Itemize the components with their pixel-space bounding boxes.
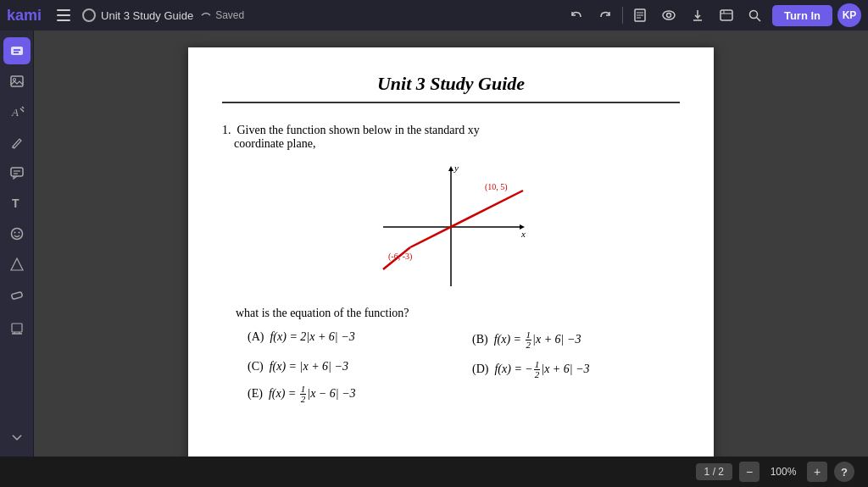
zoom-out-button[interactable]: − — [739, 462, 760, 482]
topbar: kami Unit 3 Study Guide Saved — [0, 0, 868, 30]
choice-d: (D) f(x) = −12|x + 6| −3 — [472, 360, 680, 379]
document-title: Unit 3 Study Guide — [222, 73, 680, 103]
svg-text:(10, 5): (10, 5) — [485, 182, 508, 192]
svg-line-44 — [410, 191, 523, 247]
turn-in-button[interactable]: Turn In — [772, 5, 832, 26]
document-page-1: Unit 3 Study Guide 1. Given the function… — [188, 47, 714, 457]
svg-point-30 — [18, 232, 19, 234]
bottombar: 1 / 2 − 100% + ? — [0, 457, 868, 487]
main-area: A T — [0, 30, 868, 457]
download-button[interactable] — [686, 3, 709, 27]
undo-button[interactable] — [565, 3, 588, 27]
question-1: 1. Given the function shown below in the… — [222, 124, 680, 404]
zoom-in-button[interactable]: + — [807, 462, 827, 482]
svg-rect-32 — [11, 292, 22, 300]
left-sidebar: A T — [0, 30, 34, 457]
svg-marker-39 — [448, 166, 453, 171]
document-button[interactable] — [628, 3, 652, 27]
sidebar-item-emoji[interactable] — [3, 220, 31, 247]
page-counter: 1 / 2 — [696, 463, 732, 480]
kami-logo: kami — [7, 7, 42, 25]
zoom-level: 100% — [766, 466, 800, 478]
svg-text:(-6, -3): (-6, -3) — [388, 252, 412, 262]
help-button[interactable]: ? — [834, 462, 854, 482]
class-button[interactable] — [715, 3, 738, 27]
svg-point-13 — [750, 10, 758, 18]
svg-rect-24 — [11, 168, 23, 176]
svg-rect-33 — [12, 324, 22, 332]
svg-rect-1 — [57, 14, 70, 16]
svg-point-29 — [14, 232, 15, 234]
svg-text:T: T — [12, 196, 19, 210]
sidebar-item-comment[interactable] — [3, 159, 31, 186]
q1-question: what is the equation of the function? — [236, 307, 680, 320]
redo-button[interactable] — [593, 3, 617, 27]
saved-label: Saved — [215, 9, 244, 21]
topbar-divider — [622, 7, 623, 24]
content-area: Unit 3 Study Guide 1. Given the function… — [34, 30, 868, 457]
choice-b: (B) f(x) = 12|x + 6| −3 — [472, 330, 680, 350]
doc-title-text: Unit 3 Study Guide — [101, 9, 193, 22]
svg-text:A: A — [11, 106, 19, 119]
sidebar-item-image[interactable] — [3, 68, 31, 95]
svg-point-28 — [11, 229, 22, 240]
sidebar-item-eraser[interactable] — [3, 281, 31, 308]
page-total: 2 — [718, 466, 724, 478]
q1-text: 1. Given the function shown below in the… — [222, 124, 680, 151]
sidebar-item-highlight[interactable] — [3, 37, 31, 64]
svg-point-19 — [13, 79, 15, 81]
sidebar-item-stamp[interactable] — [3, 315, 31, 342]
search-button[interactable] — [743, 3, 767, 27]
saved-indicator: Saved — [200, 9, 244, 21]
sidebar-item-shapes[interactable] — [3, 251, 31, 278]
q1-graph: y x — [222, 159, 680, 295]
svg-rect-0 — [57, 9, 70, 11]
svg-rect-10 — [721, 10, 732, 20]
topbar-right: Turn In KP — [565, 3, 861, 27]
svg-point-7 — [663, 11, 675, 19]
sidebar-toggle-button[interactable] — [52, 3, 75, 27]
choice-e: (E) f(x) = 12|x − 6| −3 — [248, 385, 680, 404]
sidebar-item-text-annotate[interactable]: A — [3, 98, 31, 125]
svg-rect-18 — [11, 76, 23, 86]
q1-answer-choices: (A) f(x) = 2|x + 6| −3 (B) f(x) = 12|x +… — [248, 330, 680, 379]
svg-line-14 — [757, 17, 761, 21]
svg-rect-2 — [57, 19, 70, 21]
page-current: 1 — [704, 466, 710, 478]
doc-title-area: Unit 3 Study Guide — [82, 8, 193, 22]
svg-line-22 — [22, 107, 24, 108]
svg-point-8 — [666, 14, 670, 18]
svg-text:x: x — [520, 229, 526, 239]
sidebar-item-expand[interactable] — [3, 423, 31, 450]
sidebar-item-text[interactable]: T — [3, 190, 31, 217]
doc-status-icon — [82, 8, 96, 22]
sidebar-item-pen[interactable] — [3, 129, 31, 156]
svg-text:y: y — [453, 163, 459, 173]
svg-marker-31 — [11, 258, 23, 270]
choice-a: (A) f(x) = 2|x + 6| −3 — [248, 330, 455, 350]
svg-line-21 — [20, 108, 24, 112]
choice-c: (C) f(x) = |x + 6| −3 — [248, 360, 455, 379]
view-button[interactable] — [657, 3, 681, 27]
user-avatar[interactable]: KP — [837, 3, 861, 27]
